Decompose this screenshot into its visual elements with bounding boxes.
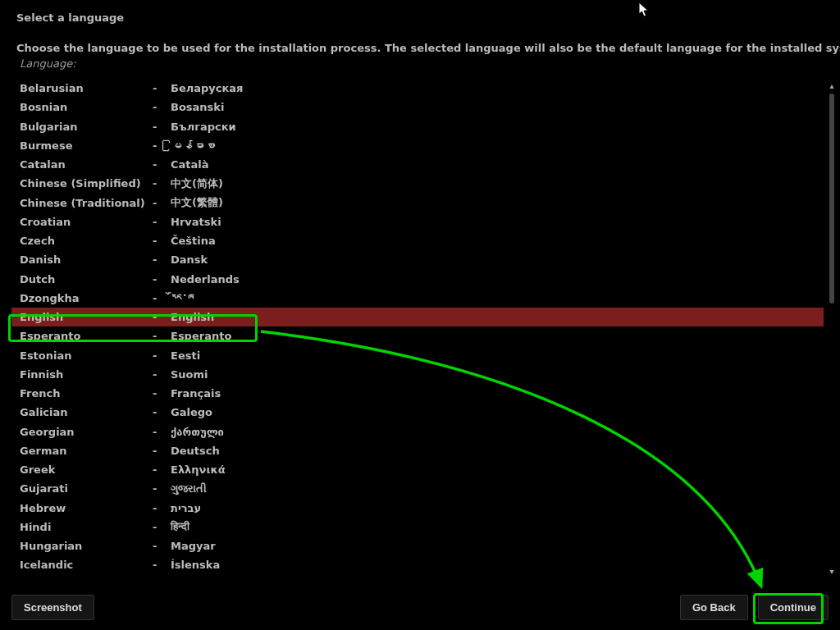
separator: - (153, 292, 171, 304)
separator: - (153, 197, 171, 209)
separator: - (153, 502, 171, 514)
separator: - (153, 158, 171, 171)
language-english-name: Chinese (Simplified) (20, 177, 153, 189)
language-listbox[interactable]: Belarusian-БеларускаяBosnian-BosanskiBul… (11, 79, 824, 581)
list-item[interactable]: English-English (11, 308, 824, 326)
continue-button[interactable]: Continue (758, 595, 829, 620)
language-native-name: Eesti (171, 349, 824, 362)
separator: - (153, 311, 171, 323)
list-item[interactable]: Chinese (Traditional)-中文(繁體) (11, 194, 824, 212)
language-native-name: ქართული (171, 426, 824, 438)
list-item[interactable]: Bosnian-Bosanski (11, 98, 824, 116)
language-english-name: Hungarian (20, 540, 153, 552)
language-native-name: Esperanto (171, 330, 824, 342)
separator: - (153, 445, 171, 457)
list-item[interactable]: Burmese-မြန်မာစာ (11, 136, 824, 155)
list-item[interactable]: Catalan-Català (11, 155, 824, 174)
go-back-button[interactable]: Go Back (680, 595, 748, 620)
separator: - (153, 368, 171, 381)
list-item[interactable]: Hindi-हिन्दी (11, 518, 824, 536)
language-english-name: Catalan (20, 158, 153, 171)
language-native-name: עברית (171, 502, 824, 514)
list-item[interactable]: German-Deutsch (11, 441, 824, 460)
page-description: Choose the language to be used for the i… (16, 42, 824, 54)
scroll-thumb[interactable] (829, 94, 834, 304)
separator: - (153, 426, 171, 438)
language-native-name: Nederlands (171, 273, 824, 285)
list-item[interactable]: Georgian-ქართული (11, 422, 824, 441)
separator: - (153, 482, 171, 495)
separator: - (153, 235, 171, 247)
language-native-name: Dansk (171, 253, 824, 266)
list-item[interactable]: Galician-Galego (11, 403, 824, 422)
separator: - (153, 463, 171, 476)
scroll-up-icon[interactable]: ▴ (827, 82, 837, 92)
scrollbar[interactable]: ▴ ▾ (827, 82, 837, 578)
list-item[interactable]: Hungarian-Magyar (11, 536, 824, 555)
language-label: Language: (20, 57, 824, 70)
language-english-name: Bosnian (20, 101, 153, 113)
list-item[interactable]: Gujarati-ગુજરાતી (11, 479, 824, 498)
language-english-name: Esperanto (20, 330, 153, 342)
language-english-name: Belarusian (20, 82, 153, 94)
language-native-name: Deutsch (171, 445, 824, 457)
list-item[interactable]: Estonian-Eesti (11, 346, 824, 365)
language-native-name: Ελληνικά (171, 463, 824, 476)
separator: - (153, 216, 171, 228)
list-item[interactable]: French-Français (11, 384, 824, 403)
separator: - (153, 559, 171, 571)
list-item[interactable]: Icelandic-Íslenska (11, 555, 824, 574)
language-english-name: Bulgarian (20, 121, 153, 133)
separator: - (153, 387, 171, 399)
language-english-name: Finnish (20, 368, 153, 381)
separator: - (153, 121, 171, 133)
list-item[interactable]: Greek-Ελληνικά (11, 460, 824, 479)
language-native-name: Hrvatski (171, 216, 824, 228)
language-english-name: English (20, 311, 153, 323)
language-english-name: Czech (20, 235, 153, 247)
language-native-name: Беларуская (171, 82, 824, 94)
list-item[interactable]: Czech-Čeština (11, 231, 824, 250)
language-native-name: 中文(繁體) (171, 195, 824, 210)
separator: - (153, 521, 171, 533)
language-native-name: Български (171, 121, 824, 133)
separator: - (153, 349, 171, 362)
language-english-name: Galician (20, 406, 153, 418)
language-native-name: Català (171, 158, 824, 171)
list-item[interactable]: Dutch-Nederlands (11, 270, 824, 289)
language-english-name: Icelandic (20, 559, 153, 571)
language-english-name: Dutch (20, 273, 153, 285)
list-item[interactable]: Chinese (Simplified)-中文(简体) (11, 174, 824, 193)
language-native-name: རོང་ཁ (171, 292, 824, 304)
list-item[interactable]: Danish-Dansk (11, 250, 824, 269)
list-item[interactable]: Croatian-Hrvatski (11, 212, 824, 231)
language-english-name: Gujarati (20, 482, 153, 495)
language-english-name: French (20, 387, 153, 399)
language-english-name: Estonian (20, 349, 153, 362)
language-english-name: Chinese (Traditional) (20, 197, 153, 209)
language-native-name: हिन्दी (171, 520, 824, 533)
language-english-name: Danish (20, 253, 153, 266)
language-native-name: Magyar (171, 540, 824, 552)
language-english-name: Dzongkha (20, 292, 153, 304)
list-item[interactable]: Dzongkha-རོང་ཁ (11, 289, 824, 308)
list-item[interactable]: Hebrew-עברית (11, 499, 824, 518)
language-native-name: Čeština (171, 235, 824, 247)
list-item[interactable]: Bulgarian-Български (11, 117, 824, 136)
language-english-name: Hindi (20, 521, 153, 533)
language-native-name: မြန်မာစာ (171, 139, 824, 152)
screenshot-button[interactable]: Screenshot (11, 595, 94, 620)
separator: - (153, 273, 171, 285)
separator: - (153, 101, 171, 113)
list-item[interactable]: Finnish-Suomi (11, 365, 824, 384)
language-english-name: Greek (20, 463, 153, 476)
list-item[interactable]: Esperanto-Esperanto (11, 326, 824, 345)
scroll-down-icon[interactable]: ▾ (827, 568, 837, 578)
list-item[interactable]: Belarusian-Беларуская (11, 79, 824, 98)
separator: - (153, 540, 171, 552)
language-native-name: Français (171, 387, 824, 399)
separator: - (153, 139, 171, 152)
language-native-name: 中文(简体) (171, 176, 824, 191)
separator: - (153, 330, 171, 342)
language-native-name: Íslenska (171, 559, 824, 571)
